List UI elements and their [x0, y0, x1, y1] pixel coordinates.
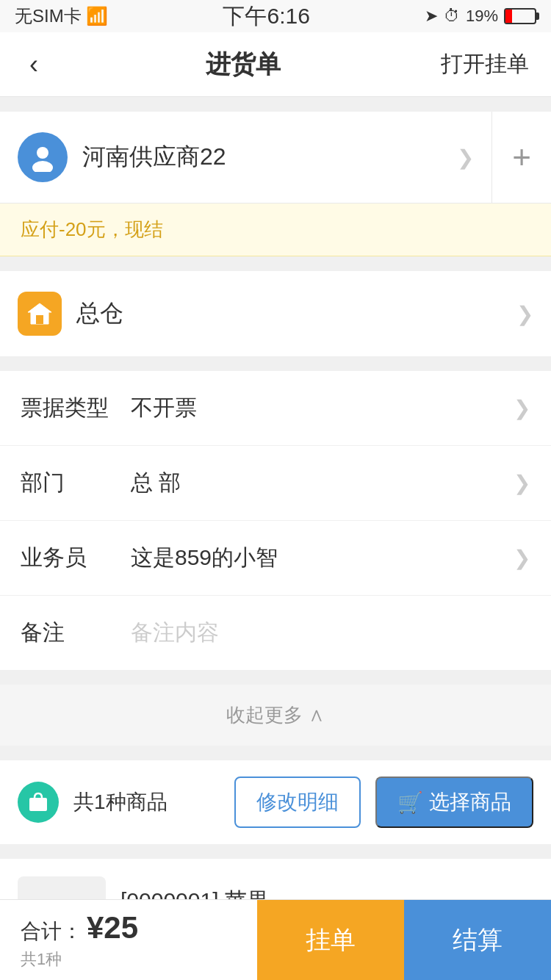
divider-top [0, 97, 551, 112]
total-label: 合计： [21, 918, 82, 945]
network-text: 无SIM卡 📶 [15, 4, 108, 28]
hang-label: 挂单 [306, 923, 356, 957]
main-content: 河南供应商22 ❯ + 应付-20元，现结 总仓 ❯ 票据类型 不开票 ❯ 部门… [0, 97, 551, 980]
dept-value: 总 部 [109, 468, 506, 498]
supplier-avatar [18, 132, 68, 182]
chevron-right-icon: ❯ [516, 302, 533, 326]
form-section: 票据类型 不开票 ❯ 部门 总 部 ❯ 业务员 这是859的小智 ❯ 备注 备注… [0, 371, 551, 670]
staff-value: 这是859的小智 [109, 543, 506, 573]
warehouse-name: 总仓 [76, 298, 509, 330]
products-icon [18, 782, 59, 823]
products-count: 共1种商品 [73, 788, 220, 816]
hang-button[interactable]: 挂单 [257, 900, 404, 980]
total-amount: 合计： ¥25 [21, 910, 237, 945]
status-network: 无SIM卡 📶 [15, 4, 108, 28]
chevron-right-icon: ❯ [514, 546, 530, 570]
supplier-section: 河南供应商22 ❯ + [0, 112, 551, 203]
svg-rect-3 [36, 315, 43, 324]
select-product-button[interactable]: 🛒 选择商品 [375, 777, 533, 828]
checkout-label: 结算 [453, 923, 503, 957]
invoice-label: 票据类型 [21, 393, 109, 423]
total-sub: 共1种 [21, 948, 237, 970]
dept-label: 部门 [21, 468, 109, 498]
location-icon: ➤ [425, 7, 438, 26]
warehouse-icon [18, 292, 62, 336]
battery-percent: 19% [466, 7, 498, 26]
chevron-right-icon: ❯ [514, 396, 530, 420]
page-title: 进货单 [206, 48, 281, 82]
checkout-button[interactable]: 结算 [404, 900, 551, 980]
chevron-right-icon: ❯ [514, 471, 530, 495]
warehouse-section[interactable]: 总仓 ❯ [0, 271, 551, 356]
status-right: ➤ ⏱ 19% [425, 7, 536, 26]
products-header: 共1种商品 修改明细 🛒 选择商品 [0, 760, 551, 844]
alarm-icon: ⏱ [444, 7, 460, 26]
nav-bar: ‹ 进货单 打开挂单 [0, 32, 551, 97]
remark-row[interactable]: 备注 备注内容 [0, 596, 551, 670]
remark-input[interactable]: 备注内容 [109, 618, 530, 648]
invoice-row[interactable]: 票据类型 不开票 ❯ [0, 371, 551, 446]
supplier-name: 河南供应商22 [82, 141, 450, 173]
status-bar: 无SIM卡 📶 下午6:16 ➤ ⏱ 19% [0, 0, 551, 32]
collapse-label: 收起更多 ∧ [226, 702, 324, 728]
house-icon [26, 300, 53, 327]
back-button[interactable]: ‹ [22, 42, 46, 87]
select-product-label: 选择商品 [429, 788, 511, 816]
total-value: ¥25 [87, 910, 138, 945]
bottom-bar: 合计： ¥25 共1种 挂单 结算 [0, 899, 551, 980]
remark-label: 备注 [21, 618, 109, 648]
add-supplier-button[interactable]: + [492, 112, 551, 203]
svg-point-0 [37, 147, 48, 159]
chevron-right-icon: ❯ [457, 145, 474, 170]
staff-row[interactable]: 业务员 这是859的小智 ❯ [0, 521, 551, 596]
svg-point-1 [32, 161, 53, 172]
notice-bar: 应付-20元，现结 [0, 203, 551, 256]
bag-icon [26, 790, 50, 814]
collapse-bar[interactable]: 收起更多 ∧ [0, 685, 551, 746]
select-product-icon: 🛒 [397, 790, 423, 815]
status-time: 下午6:16 [223, 1, 309, 32]
supplier-row[interactable]: 河南供应商22 ❯ [0, 112, 492, 203]
person-icon [28, 143, 57, 172]
dept-row[interactable]: 部门 总 部 ❯ [0, 446, 551, 521]
staff-label: 业务员 [21, 543, 109, 573]
open-pending-button[interactable]: 打开挂单 [441, 49, 529, 79]
invoice-value: 不开票 [109, 393, 506, 423]
svg-rect-4 [29, 798, 47, 811]
battery-icon [504, 8, 536, 24]
total-section: 合计： ¥25 共1种 [0, 900, 257, 980]
edit-detail-button[interactable]: 修改明细 [234, 777, 361, 828]
